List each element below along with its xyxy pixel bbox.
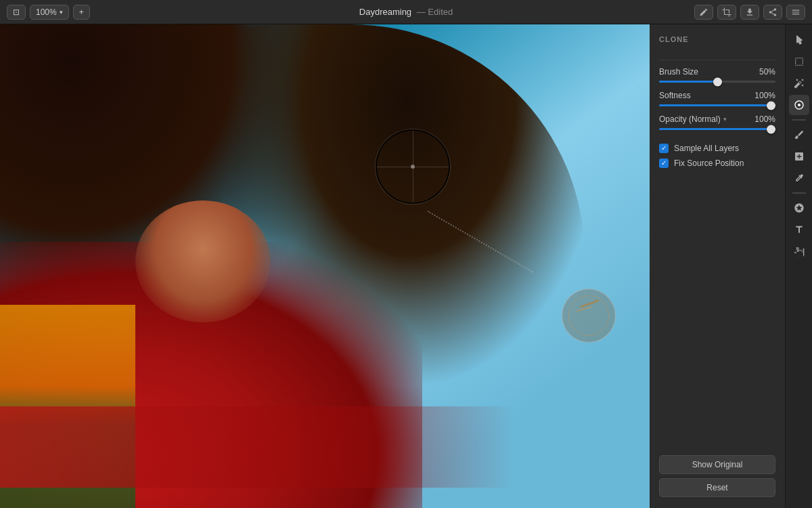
- sample-all-layers-row[interactable]: ✓ Sample All Layers: [659, 144, 775, 153]
- tool-hand[interactable]: [789, 241, 809, 261]
- panel-title: CLONE: [659, 35, 775, 43]
- checkbox-check-icon: ✓: [661, 145, 667, 152]
- canvas-area[interactable]: [0, 24, 650, 508]
- tool-strip: [785, 24, 812, 508]
- zoom-button[interactable]: 100% ▾: [30, 5, 69, 20]
- opacity-chevron-icon: ▾: [723, 116, 727, 123]
- reset-button[interactable]: Reset: [659, 478, 775, 497]
- brush-size-slider[interactable]: [659, 81, 775, 83]
- brush-size-row: Brush Size 50%: [659, 67, 775, 77]
- panel-divider-top: [659, 60, 775, 60]
- sample-all-layers-label: Sample All Layers: [674, 144, 739, 153]
- pen-tool-button[interactable]: [694, 5, 713, 20]
- tool-divider2: [792, 192, 806, 194]
- opacity-fill: [659, 128, 775, 130]
- fix-source-position-row[interactable]: ✓ Fix Source Position: [659, 158, 775, 168]
- softness-slider[interactable]: [659, 104, 775, 106]
- tool-heal[interactable]: [789, 146, 809, 167]
- crop-button[interactable]: [717, 5, 736, 20]
- topbar-left: ⊡ 100% ▾ +: [0, 5, 90, 20]
- brush-size-value: 50%: [750, 67, 775, 77]
- tool-text[interactable]: [789, 219, 809, 240]
- view-icon: ⊡: [13, 7, 20, 17]
- view-mode-button[interactable]: ⊡: [7, 5, 26, 20]
- photo-canvas[interactable]: [0, 24, 650, 508]
- clone-panel: CLONE Brush Size 50% Softness 100% Opaci…: [650, 24, 785, 508]
- zoom-value: 100%: [36, 7, 57, 17]
- softness-fill: [659, 104, 775, 106]
- softness-label: Softness: [659, 91, 691, 100]
- show-original-button[interactable]: Show Original: [659, 455, 775, 474]
- sample-all-layers-checkbox[interactable]: ✓: [659, 144, 669, 153]
- share-button[interactable]: [763, 5, 782, 20]
- svg-point-0: [798, 104, 800, 106]
- opacity-value: 100%: [750, 114, 775, 124]
- fix-source-position-label: Fix Source Position: [674, 158, 744, 168]
- tool-select[interactable]: [789, 51, 809, 72]
- zoom-chevron: ▾: [60, 9, 63, 16]
- top-bar: ⊡ 100% ▾ + Daydreaming — Edited: [0, 0, 812, 24]
- opacity-dropdown[interactable]: Opacity (Normal) ▾: [659, 114, 727, 124]
- tool-brush[interactable]: [789, 125, 809, 145]
- tool-divider: [792, 119, 806, 121]
- export-button[interactable]: [740, 5, 759, 20]
- brush-size-label: Brush Size: [659, 67, 698, 77]
- brush-size-thumb[interactable]: [713, 77, 722, 86]
- opacity-row: Opacity (Normal) ▾ 100%: [659, 114, 775, 124]
- opacity-slider[interactable]: [659, 128, 775, 130]
- tool-clone-stamp[interactable]: [789, 95, 809, 115]
- opacity-label: Opacity (Normal): [659, 114, 721, 124]
- brush-size-fill: [659, 81, 717, 83]
- tool-adjustment[interactable]: [789, 198, 809, 218]
- softness-row: Softness 100%: [659, 91, 775, 100]
- fix-source-position-checkbox[interactable]: ✓: [659, 158, 669, 168]
- tool-eyedropper[interactable]: [789, 168, 809, 188]
- checkbox-check2-icon: ✓: [661, 160, 667, 167]
- document-title: Daydreaming — Edited: [359, 7, 453, 17]
- add-button[interactable]: +: [73, 5, 90, 20]
- opacity-thumb[interactable]: [767, 125, 775, 133]
- tool-magic-wand[interactable]: [789, 73, 809, 93]
- topbar-right: [694, 5, 812, 20]
- softness-thumb[interactable]: [767, 101, 775, 110]
- softness-value: 100%: [750, 91, 775, 100]
- menu-button[interactable]: [786, 5, 805, 20]
- tool-cursor[interactable]: [789, 30, 809, 50]
